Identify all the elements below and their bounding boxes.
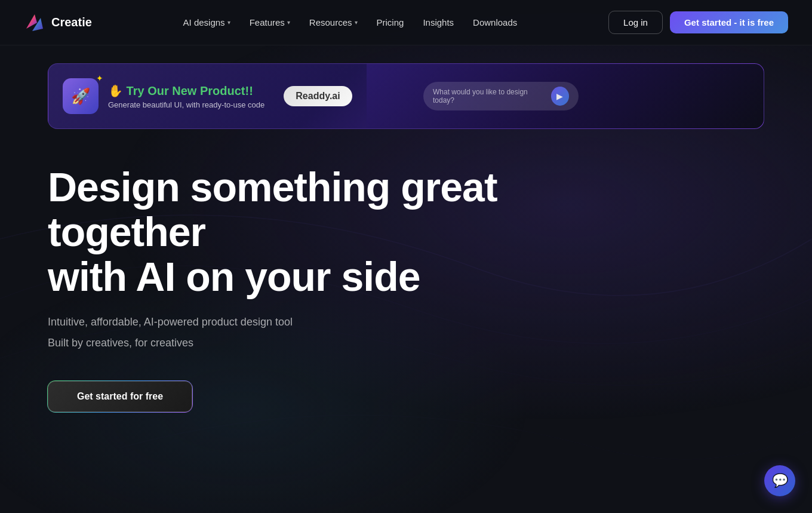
nav-item-downloads[interactable]: Downloads bbox=[465, 13, 525, 32]
banner-subtitle: Generate beautiful UI, with ready-to-use… bbox=[108, 100, 264, 109]
nav-links: AI designs ▾ Features ▾ Resources ▾ Pric… bbox=[175, 13, 526, 32]
banner-icon: 🚀 bbox=[63, 78, 99, 114]
navbar: Creatie AI designs ▾ Features ▾ Resource… bbox=[0, 0, 812, 45]
nav-actions: Log in Get started - it is free bbox=[608, 11, 788, 34]
banner-search-bar[interactable]: What would you like to design today? ▶ bbox=[423, 82, 579, 110]
banner-title: ✋ Try Our New Product!! bbox=[108, 84, 264, 98]
hero-section: Design something great together with AI … bbox=[48, 165, 525, 412]
main-content: 🚀 ✋ Try Our New Product!! Generate beaut… bbox=[0, 63, 812, 412]
nav-item-pricing[interactable]: Pricing bbox=[368, 13, 413, 32]
chat-icon: 💬 bbox=[772, 473, 788, 489]
login-button[interactable]: Log in bbox=[608, 11, 663, 34]
logo-link[interactable]: Creatie bbox=[24, 12, 92, 33]
chevron-down-icon: ▾ bbox=[355, 19, 358, 26]
banner-text: ✋ Try Our New Product!! Generate beautif… bbox=[108, 84, 264, 109]
banner-mockup: What would you like to design today? ▶ bbox=[405, 64, 764, 128]
get-started-button[interactable]: Get started - it is free bbox=[670, 11, 788, 33]
logo-text: Creatie bbox=[51, 16, 92, 29]
hero-title: Design something great together with AI … bbox=[48, 165, 525, 299]
hero-cta: Get started for free bbox=[48, 381, 525, 412]
chat-support-button[interactable]: 💬 bbox=[764, 465, 795, 496]
banner-right: What would you like to design today? ▶ bbox=[367, 64, 764, 128]
hero-subtitle-line1: Intuitive, affordable, AI-powered produc… bbox=[48, 313, 525, 331]
nav-item-insights[interactable]: Insights bbox=[414, 13, 462, 32]
hero-subtitle-line2: Built by creatives, for creatives bbox=[48, 334, 525, 352]
chevron-down-icon: ▾ bbox=[227, 19, 230, 26]
banner-left: 🚀 ✋ Try Our New Product!! Generate beaut… bbox=[48, 64, 367, 128]
nav-item-features[interactable]: Features ▾ bbox=[241, 13, 299, 32]
promo-banner: 🚀 ✋ Try Our New Product!! Generate beaut… bbox=[48, 63, 764, 129]
banner-badge[interactable]: Readdy.ai bbox=[284, 86, 352, 106]
nav-item-ai-designs[interactable]: AI designs ▾ bbox=[175, 13, 239, 32]
banner-send-button[interactable]: ▶ bbox=[551, 87, 569, 106]
nav-item-resources[interactable]: Resources ▾ bbox=[301, 13, 366, 32]
hero-cta-button[interactable]: Get started for free bbox=[48, 381, 192, 412]
chevron-down-icon: ▾ bbox=[287, 19, 290, 26]
logo-icon bbox=[24, 12, 45, 33]
